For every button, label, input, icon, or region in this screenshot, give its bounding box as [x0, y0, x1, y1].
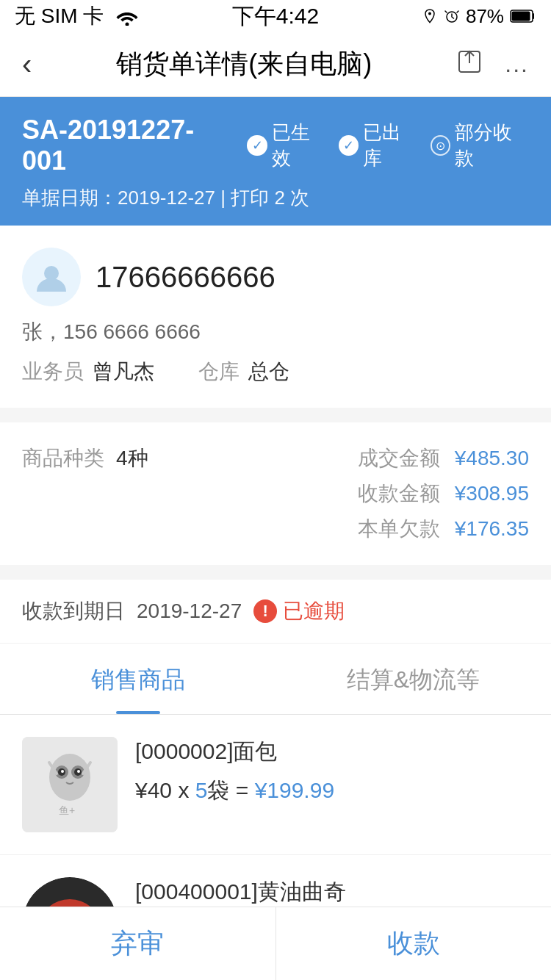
owe-amount-value: ¥176.35 — [455, 517, 529, 541]
order-date-row: 单据日期：2019-12-27 | 打印 2 次 — [22, 185, 529, 211]
customer-phone: 17666666666 — [96, 261, 276, 294]
overdue-indicator: ! 已逾期 — [253, 597, 345, 625]
order-header-banner: SA-20191227-001 ✓ 已生效 ✓ 已出库 ⊙ 部分收款 单据日期：… — [0, 97, 551, 226]
overdue-icon: ! — [253, 599, 277, 623]
product-item-1: 鱼+ [0000002]面包 ¥40 x 5袋 = ¥199.99 — [0, 715, 551, 855]
received-amount-label: 收款金额 — [358, 480, 440, 508]
product-thumb-1: 鱼+ — [22, 737, 118, 832]
due-date-section: 收款到期日 2019-12-27 ! 已逾期 — [0, 580, 551, 644]
status-right-icons: 87% — [422, 5, 536, 28]
amount-summary: 成交金额 ¥485.30 收款金额 ¥308.95 本单欠款 ¥176.35 — [358, 444, 529, 543]
order-id: SA-20191227-001 — [22, 115, 232, 176]
svg-point-8 — [49, 754, 90, 801]
product-name-2: [000400001]黄油曲奇 — [135, 877, 529, 907]
deal-amount-row: 成交金额 ¥485.30 — [358, 444, 529, 472]
category-summary: 商品种类 4种 — [22, 444, 148, 472]
nav-bar: ‹ 销货单详情(来自电脑) ... — [0, 32, 551, 97]
location-icon — [422, 8, 438, 24]
deal-amount-label: 成交金额 — [358, 444, 440, 472]
svg-point-0 — [126, 22, 129, 26]
warehouse-label: 仓库 — [198, 358, 240, 386]
summary-section: 商品种类 4种 成交金额 ¥485.30 收款金额 ¥308.95 本单欠款 ¥… — [0, 422, 551, 565]
nav-right: ... — [456, 48, 529, 81]
battery-text: 87% — [466, 5, 504, 28]
warehouse-value: 总仓 — [248, 358, 289, 386]
category-count: 4种 — [116, 444, 148, 472]
collect-payment-button[interactable]: 收款 — [276, 907, 552, 980]
status-dispatched: ✓ 已出库 — [339, 120, 419, 171]
customer-section: 17666666666 张，156 6666 6666 业务员 曾凡杰 仓库 总… — [0, 226, 551, 408]
svg-point-14 — [77, 770, 80, 773]
battery-icon — [510, 9, 536, 24]
due-date-value: 2019-12-27 — [137, 599, 242, 623]
deal-amount-value: ¥485.30 — [455, 447, 529, 470]
owe-amount-label: 本单欠款 — [358, 515, 440, 543]
clock-icon: ⊙ — [431, 135, 450, 156]
page-title: 销货单详情(来自电脑) — [116, 46, 372, 82]
share-icon[interactable] — [456, 48, 483, 81]
customer-meta: 业务员 曾凡杰 仓库 总仓 — [22, 358, 529, 386]
alarm-icon — [444, 8, 460, 24]
received-amount-value: ¥308.95 — [455, 482, 529, 505]
check-icon-2: ✓ — [339, 135, 359, 156]
svg-text:鱼+: 鱼+ — [59, 804, 75, 816]
salesperson-item: 业务员 曾凡杰 — [22, 358, 154, 386]
warehouse-item: 仓库 总仓 — [198, 358, 289, 386]
customer-name-phone: 张，156 6666 6666 — [22, 318, 529, 346]
status-partial-payment: ⊙ 部分收款 — [431, 120, 529, 171]
overdue-label: 已逾期 — [283, 597, 345, 625]
bottom-action-bar: 弃审 收款 — [0, 907, 551, 980]
more-icon[interactable]: ... — [505, 51, 529, 78]
tab-settlement[interactable]: 结算&物流等 — [276, 644, 551, 714]
salesperson-value: 曾凡杰 — [93, 358, 154, 386]
status-badges: ✓ 已生效 ✓ 已出库 ⊙ 部分收款 — [247, 120, 529, 171]
reject-button[interactable]: 弃审 — [0, 907, 276, 980]
back-button[interactable]: ‹ — [22, 48, 32, 81]
due-date-label: 收款到期日 — [22, 597, 125, 625]
category-label: 商品种类 — [22, 444, 104, 472]
product-price-1: ¥40 x 5袋 = ¥199.99 — [135, 776, 529, 806]
status-bar: 无 SIM 卡 下午4:42 87% — [0, 0, 551, 32]
status-time: 下午4:42 — [232, 1, 319, 32]
product-name-1: [0000002]面包 — [135, 737, 529, 767]
check-icon-1: ✓ — [247, 135, 267, 156]
customer-avatar — [22, 248, 81, 306]
product-tabs: 销售商品 结算&物流等 — [0, 644, 551, 715]
svg-point-1 — [428, 12, 431, 15]
salesperson-label: 业务员 — [22, 358, 84, 386]
product-info-1: [0000002]面包 ¥40 x 5袋 = ¥199.99 — [135, 737, 529, 806]
svg-rect-4 — [512, 12, 530, 21]
status-effective: ✓ 已生效 — [247, 120, 327, 171]
carrier-wifi: 无 SIM 卡 — [15, 2, 139, 30]
received-amount-row: 收款金额 ¥308.95 — [358, 480, 529, 508]
svg-point-13 — [61, 770, 64, 773]
owe-amount-row: 本单欠款 ¥176.35 — [358, 515, 529, 543]
tab-sales-products[interactable]: 销售商品 — [0, 644, 276, 714]
